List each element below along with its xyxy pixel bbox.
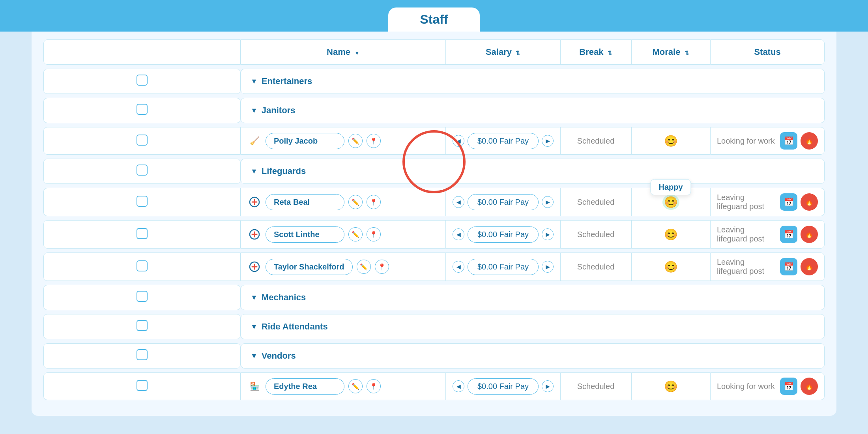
group-row[interactable]: ▼Mechanics — [43, 285, 825, 310]
salary-decrease-button[interactable]: ◀ — [453, 228, 464, 240]
group-row[interactable]: ▼Lifeguards — [43, 159, 825, 184]
row-checkbox[interactable] — [137, 104, 148, 115]
salary-increase-button[interactable]: ▶ — [542, 196, 554, 208]
row-checkbox[interactable] — [137, 196, 148, 207]
salary-column-header[interactable]: Salary ⇅ — [446, 39, 560, 65]
fire-button[interactable]: 🔥 — [801, 258, 818, 275]
staff-tab[interactable]: Staff — [388, 7, 479, 32]
staff-status-text: Looking for work — [717, 137, 776, 146]
group-label: Mechanics — [262, 292, 306, 303]
group-expand-icon[interactable]: ▼ — [251, 107, 258, 115]
salary-increase-button[interactable]: ▶ — [542, 380, 554, 392]
group-expand-icon[interactable]: ▼ — [251, 77, 258, 86]
salary-decrease-button[interactable]: ◀ — [453, 135, 464, 147]
staff-name-badge: Edythe Rea — [266, 378, 344, 395]
salary-value: $0.00 Fair Pay — [468, 259, 539, 275]
location-button[interactable]: 📍 — [367, 195, 381, 209]
row-checkbox[interactable] — [137, 135, 148, 146]
main-content: Name ▼ Salary ⇅ Break ⇅ Morale ⇅ — [32, 32, 836, 416]
group-label: Lifeguards — [262, 166, 306, 176]
status-column-header: Status — [710, 39, 825, 65]
group-expand-icon[interactable]: ▼ — [251, 352, 258, 360]
morale-cell[interactable]: Happy😊 — [638, 196, 703, 209]
app-header: Staff — [0, 0, 868, 32]
row-checkbox[interactable] — [137, 380, 148, 391]
morale-cell[interactable]: 😊 — [638, 135, 703, 148]
salary-decrease-button[interactable]: ◀ — [453, 261, 464, 273]
location-button[interactable]: 📍 — [367, 134, 381, 148]
edit-button[interactable]: ✏️ — [348, 195, 363, 209]
staff-name-badge: Polly Jacob — [266, 133, 344, 149]
morale-smiley-icon: 😊 — [664, 380, 678, 393]
checkbox-header — [43, 39, 241, 65]
fire-button[interactable]: 🔥 — [801, 193, 818, 211]
row-checkbox[interactable] — [137, 165, 148, 176]
edit-button[interactable]: ✏️ — [357, 260, 371, 274]
schedule-button[interactable]: 📅 — [780, 258, 797, 275]
table-row: 🧹Polly Jacob✏️📍◀$0.00 Fair Pay▶Scheduled… — [43, 127, 825, 155]
morale-cell[interactable]: 😊 — [638, 260, 703, 273]
row-checkbox[interactable] — [137, 349, 148, 360]
salary-value: $0.00 Fair Pay — [468, 194, 539, 210]
edit-button[interactable]: ✏️ — [348, 227, 363, 241]
table-header-row: Name ▼ Salary ⇅ Break ⇅ Morale ⇅ — [43, 39, 825, 65]
morale-smiley-icon: 😊 — [664, 135, 678, 147]
edit-button[interactable]: ✏️ — [348, 134, 363, 148]
group-label: Janitors — [262, 105, 296, 116]
row-checkbox[interactable] — [137, 320, 148, 331]
group-expand-icon[interactable]: ▼ — [251, 294, 258, 302]
location-button[interactable]: 📍 — [375, 260, 389, 274]
staff-type-icon: 🧹 — [247, 134, 262, 148]
location-button[interactable]: 📍 — [367, 379, 381, 393]
row-checkbox[interactable] — [137, 75, 148, 86]
morale-cell[interactable]: 😊 — [638, 228, 703, 241]
salary-sort-icon: ⇅ — [516, 50, 520, 56]
break-status: Scheduled — [560, 372, 631, 400]
staff-table-wrap: Name ▼ Salary ⇅ Break ⇅ Morale ⇅ — [43, 39, 825, 400]
row-checkbox[interactable] — [137, 260, 148, 271]
morale-column-header[interactable]: Morale ⇅ — [631, 39, 710, 65]
table-row: 🏪Edythe Rea✏️📍◀$0.00 Fair Pay▶Scheduled😊… — [43, 372, 825, 400]
salary-increase-button[interactable]: ▶ — [542, 135, 554, 147]
fire-button[interactable]: 🔥 — [801, 132, 818, 150]
staff-name-badge: Scott Linthe — [266, 226, 344, 243]
salary-value: $0.00 Fair Pay — [468, 226, 539, 243]
salary-value: $0.00 Fair Pay — [468, 378, 539, 395]
salary-decrease-button[interactable]: ◀ — [453, 380, 464, 392]
break-status: Scheduled — [560, 127, 631, 155]
group-row[interactable]: ▼Ride Attendants — [43, 314, 825, 339]
location-button[interactable]: 📍 — [367, 227, 381, 241]
morale-smiley-icon: 😊 — [662, 195, 679, 210]
salary-increase-button[interactable]: ▶ — [542, 261, 554, 273]
break-sort-icon: ⇅ — [608, 50, 612, 56]
fire-button[interactable]: 🔥 — [801, 378, 818, 395]
row-checkbox[interactable] — [137, 228, 148, 239]
staff-status-text: Leaving lifeguard post — [717, 258, 776, 276]
fire-button[interactable]: 🔥 — [801, 226, 818, 243]
morale-cell[interactable]: 😊 — [638, 380, 703, 393]
staff-type-icon — [247, 227, 262, 241]
break-status: Scheduled — [560, 188, 631, 216]
row-checkbox[interactable] — [137, 291, 148, 302]
group-expand-icon[interactable]: ▼ — [251, 167, 258, 176]
group-row[interactable]: ▼Vendors — [43, 343, 825, 369]
salary-increase-button[interactable]: ▶ — [542, 228, 554, 240]
name-sort-icon: ▼ — [354, 50, 360, 56]
salary-decrease-button[interactable]: ◀ — [453, 196, 464, 208]
group-expand-icon[interactable]: ▼ — [251, 323, 258, 331]
morale-sort-icon: ⇅ — [685, 50, 689, 56]
staff-status-text: Looking for work — [717, 382, 776, 391]
schedule-button[interactable]: 📅 — [780, 132, 797, 150]
group-row[interactable]: ▼Entertainers — [43, 69, 825, 94]
schedule-button[interactable]: 📅 — [780, 226, 797, 243]
schedule-button[interactable]: 📅 — [780, 378, 797, 395]
group-row[interactable]: ▼Janitors — [43, 98, 825, 123]
name-column-header[interactable]: Name ▼ — [241, 39, 446, 65]
morale-smiley-icon: 😊 — [664, 228, 678, 241]
break-status: Scheduled — [560, 253, 631, 281]
break-column-header[interactable]: Break ⇅ — [560, 39, 631, 65]
schedule-button[interactable]: 📅 — [780, 193, 797, 211]
morale-tooltip: Happy — [650, 179, 691, 195]
edit-button[interactable]: ✏️ — [348, 379, 363, 393]
table-row: Reta Beal✏️📍◀$0.00 Fair Pay▶ScheduledHap… — [43, 188, 825, 216]
